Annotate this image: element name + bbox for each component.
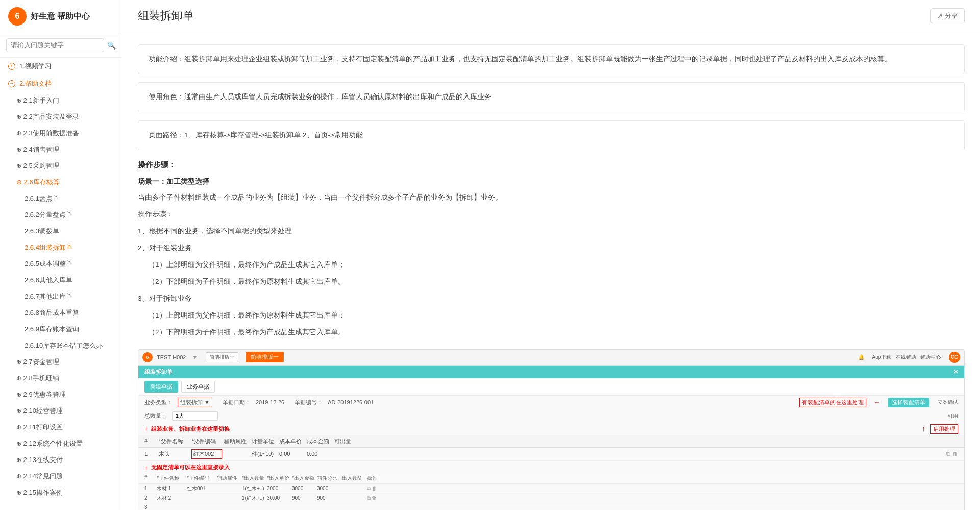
step3: 3、对于拆卸业务 [138,292,965,305]
main-header: 组装拆卸单 ↗ 分享 [122,0,980,32]
sidebar-item-docs-262[interactable]: 2.6.2分量盘点单 [0,207,122,223]
modal-close[interactable]: ✕ [953,369,958,375]
arrow-icon-2: ↑ [144,425,148,433]
sidebar-item-docs-26[interactable]: ⊖ 2.6库存核算 [0,174,122,190]
upper-annotation: 组装业务、拆卸业务在这里切换 [151,425,230,433]
sidebar-item-docs[interactable]: −2.帮助文档 [0,75,122,92]
upper-table-row-1[interactable]: 1 木头 红木002 件(1~10) 0.00 0.00 ⧉ 🗑 [138,448,964,461]
form-row: 业务类型： 组装拆卸 ▼ 单据日期： 2019-12-26 单据编号： AD-2… [138,396,964,409]
upper-table-header: # *父件名称 *父件编码 辅助属性 计量单位 成本单价 成本金额 可出量 [138,435,964,448]
app-topbar: 6 TEST-H002 ▼ 简洁排版一 简洁排版一 🔔 App下载 在线帮助 帮… [138,350,964,366]
sidebar-header: 6 好生意 帮助中心 [0,0,122,33]
operations-title: 操作步骤： [138,160,965,170]
sidebar: 6 好生意 帮助中心 🔍 +1.视频学习−2.帮助文档⊕ 2.1新手入门⊕ 2.… [0,0,122,510]
lower-table-row-1[interactable]: 1 木材 1 红木001 1(红木+..) 3000 3000 3000 ⧉ 🗑 [138,484,964,494]
sidebar-item-docs-214[interactable]: ⊕ 2.14常见问题 [0,468,122,484]
upper-row-code[interactable]: 红木002 [191,449,222,459]
intro-text: 功能介绍：组装拆卸单用来处理企业组装或拆卸等加工业务，支持有固定装配清单的产品加… [149,55,892,63]
quantity-label: 总数量： [144,412,167,420]
search-icon[interactable]: 🔍 [107,41,116,50]
app-toolbar[interactable]: 新建单据 业务单据 [138,378,964,396]
topbar-bell: 🔔 [858,354,864,360]
sidebar-item-docs-215[interactable]: ⊕ 2.15操作案例 [0,484,122,501]
scene1-desc: 当由多个子件材料组装成一个成品的业务为【组装】业务，当由一个父件拆分成多个子产品… [138,190,965,204]
app-modal-bar: 组装拆卸单 ✕ [138,366,964,378]
page-title: 组装拆卸单 [138,8,194,23]
step3-2: （2）下部明细为子件明细，最终作为产成品生成其它入库单。 [138,325,965,339]
sidebar-item-docs-24[interactable]: ⊕ 2.4销售管理 [0,141,122,158]
sidebar-item-videos[interactable]: +1.视频学习 [0,58,122,75]
row-copy-icon[interactable]: ⧉ [946,451,950,457]
lower-table-header: # *子件名称 *子件编码 辅助属性 *出入数量 *出入单价 *出入金额 箱件分… [138,473,964,484]
sidebar-item-docs-29[interactable]: ⊕ 2.9优惠券管理 [0,386,122,403]
path-block: 页面路径：1、库存核算->库存管理->组装拆卸单 2、首页->常用功能 [138,120,965,150]
steps-title: 操作步骤： [138,207,965,221]
step2: 2、对于组装业务 [138,241,965,255]
nav-prefix-videos: + [8,63,15,70]
sidebar-item-docs-269[interactable]: 2.6.9库存账本查询 [0,321,122,337]
tab-new-doc[interactable]: 新建单据 [144,381,178,393]
screenshot-container: 6 TEST-H002 ▼ 简洁排版一 简洁排版一 🔔 App下载 在线帮助 帮… [138,349,965,510]
tab-doc-list[interactable]: 业务单据 [181,381,215,393]
confirm-btn[interactable]: 立案确认 [938,399,958,406]
intro-block: 功能介绍：组装拆卸单用来处理企业组装或拆卸等加工业务，支持有固定装配清单的产品加… [138,44,965,74]
sidebar-item-docs-263[interactable]: 2.6.3调拨单 [0,223,122,239]
form-type-value[interactable]: 组装拆卸 ▼ [178,398,212,407]
sidebar-item-docs-261[interactable]: 2.6.1盘点单 [0,190,122,207]
lower-table-row-3[interactable]: 3 [138,503,964,510]
sidebar-item-docs-25[interactable]: ⊕ 2.5采购管理 [0,158,122,174]
step2-1: （1）上部明细为父件明细，最终作为产成品生成其它入库单； [138,258,965,272]
sidebar-item-docs-266[interactable]: 2.6.6其他入库单 [0,272,122,288]
sidebar-item-docs-2610[interactable]: 2.6.10库存账本错了怎么办 [0,337,122,354]
topbar-orange-btn[interactable]: 简洁排版一 [246,352,284,362]
step2-2: （2）下部明细为子件明细，最终作为原材料生成其它出库单。 [138,275,965,288]
app-user-avatar: CC [949,352,960,363]
logo-icon: 6 [8,7,27,26]
brand-name: 好生意 帮助中心 [31,11,90,22]
quantity-input[interactable] [172,411,218,421]
sidebar-item-docs-265[interactable]: 2.6.5成本调整单 [0,256,122,272]
sidebar-item-docs-268[interactable]: 2.6.8商品成本重算 [0,305,122,321]
company-name: TEST-H002 [157,354,186,360]
main-content: 组装拆卸单 ↗ 分享 功能介绍：组装拆卸单用来处理企业组装或拆卸等加工业务，支持… [122,0,980,510]
sidebar-item-docs-213[interactable]: ⊕ 2.13在线支付 [0,452,122,468]
lower-row1-copy[interactable]: ⧉ [367,485,371,492]
lower-row2-del[interactable]: 🗑 [372,495,377,501]
step1: 1、根据不同的业务，选择不同单据的类型来处理 [138,224,965,238]
sidebar-item-docs-23[interactable]: ⊕ 2.3使用前数据准备 [0,125,122,141]
select-list-btn[interactable]: 选择装配清单 [888,398,929,407]
share-label: 分享 [945,11,958,20]
lower-table-row-2[interactable]: 2 木材 2 1(红木+..) 30.00 900 900 ⧉ 🗑 [138,494,964,503]
sidebar-item-docs-21[interactable]: ⊕ 2.1新手入门 [0,92,122,109]
form-number-label: 单据编号： [295,399,323,406]
app-logo: 6 [142,352,153,362]
lower-row1-del[interactable]: 🗑 [372,485,377,492]
lower-row2-copy[interactable]: ⧉ [367,495,371,501]
form-type-label: 业务类型： [144,399,173,406]
share-icon: ↗ [937,12,943,20]
role-block: 使用角色：通常由生产人员或库管人员完成拆装业务的操作，库管人员确认原材料的出库和… [138,82,965,112]
sidebar-item-docs-267[interactable]: 2.6.7其他出库单 [0,288,122,305]
sidebar-item-docs-210[interactable]: ⊕ 2.10经营管理 [0,403,122,419]
nav-section: +1.视频学习−2.帮助文档⊕ 2.1新手入门⊕ 2.2产品安装及登录⊕ 2.3… [0,58,122,501]
nav-prefix-docs: − [8,80,15,87]
share-button[interactable]: ↗ 分享 [930,8,965,23]
arrow-icon-3: ↑ [922,425,925,433]
search-input[interactable] [6,38,104,52]
path-text: 页面路径：1、库存核算->库存管理->组装拆卸单 2、首页->常用功能 [149,131,363,139]
sidebar-item-docs-264[interactable]: 2.6.4组装拆卸单 [0,239,122,256]
topbar-selected: 简洁排版一 [206,352,238,362]
sidebar-item-docs-211[interactable]: ⊕ 2.11打印设置 [0,419,122,435]
form-date-value: 2019-12-26 [256,399,284,405]
role-text: 使用角色：通常由生产人员或库管人员完成拆装业务的操作，库管人员确认原材料的出库和… [149,93,492,101]
app-screenshot: 6 TEST-H002 ▼ 简洁排版一 简洁排版一 🔔 App下载 在线帮助 帮… [138,350,964,510]
sidebar-item-docs-27[interactable]: ⊕ 2.7资金管理 [0,354,122,370]
search-box[interactable]: 🔍 [0,33,122,58]
sidebar-item-docs-212[interactable]: ⊕ 2.12系统个性化设置 [0,435,122,452]
arrow-icon-4: ↑ [144,464,148,472]
annotation-top: 有装配清单的在这里处理 [799,398,866,407]
row-delete-icon[interactable]: 🗑 [952,451,958,457]
upper-annotation-row: ↑ 组装业务、拆卸业务在这里切换 ↑ 启用处理 [138,423,964,435]
sidebar-item-docs-22[interactable]: ⊕ 2.2产品安装及登录 [0,109,122,125]
sidebar-item-docs-28[interactable]: ⊕ 2.8手机旺铺 [0,370,122,386]
